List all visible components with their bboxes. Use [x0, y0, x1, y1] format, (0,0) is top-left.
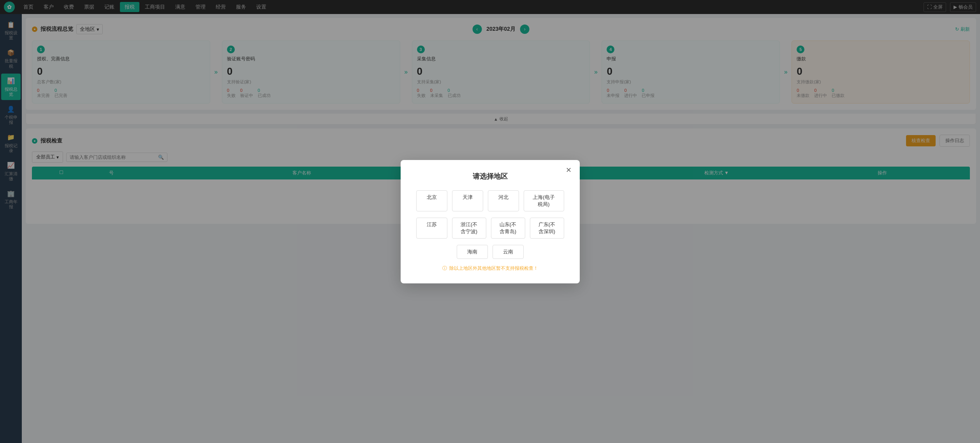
- region-row-0: 北京天津河北上海(电子税局): [416, 190, 564, 211]
- warning-icon: ⓘ: [442, 265, 447, 272]
- region-grid: 北京天津河北上海(电子税局)江苏浙江(不含宁波)山东(不含青岛)广东(不含深圳)…: [416, 190, 564, 259]
- overlay: ✕ 请选择地区 北京天津河北上海(电子税局)江苏浙江(不含宁波)山东(不含青岛)…: [0, 0, 980, 443]
- region-row-1: 江苏浙江(不含宁波)山东(不含青岛)广东(不含深圳): [416, 218, 564, 239]
- modal-warning: ⓘ 除以上地区外其他地区暂不支持报税检查！: [416, 265, 564, 272]
- region-modal: ✕ 请选择地区 北京天津河北上海(电子税局)江苏浙江(不含宁波)山东(不含青岛)…: [401, 160, 580, 283]
- region-btn-北京[interactable]: 北京: [416, 190, 447, 211]
- region-btn-广东(不含深圳)[interactable]: 广东(不含深圳): [530, 218, 564, 239]
- modal-title: 请选择地区: [416, 172, 564, 181]
- region-btn-上海(电子税局)[interactable]: 上海(电子税局): [524, 190, 564, 211]
- region-btn-海南[interactable]: 海南: [457, 245, 488, 259]
- region-btn-浙江(不含宁波)[interactable]: 浙江(不含宁波): [452, 218, 486, 239]
- region-btn-河北[interactable]: 河北: [488, 190, 519, 211]
- modal-close-btn[interactable]: ✕: [564, 165, 574, 175]
- region-btn-山东(不含青岛)[interactable]: 山东(不含青岛): [491, 218, 525, 239]
- region-btn-江苏[interactable]: 江苏: [416, 218, 447, 239]
- region-btn-云南[interactable]: 云南: [493, 245, 524, 259]
- region-btn-天津[interactable]: 天津: [452, 190, 483, 211]
- region-row-2: 海南云南: [416, 245, 564, 259]
